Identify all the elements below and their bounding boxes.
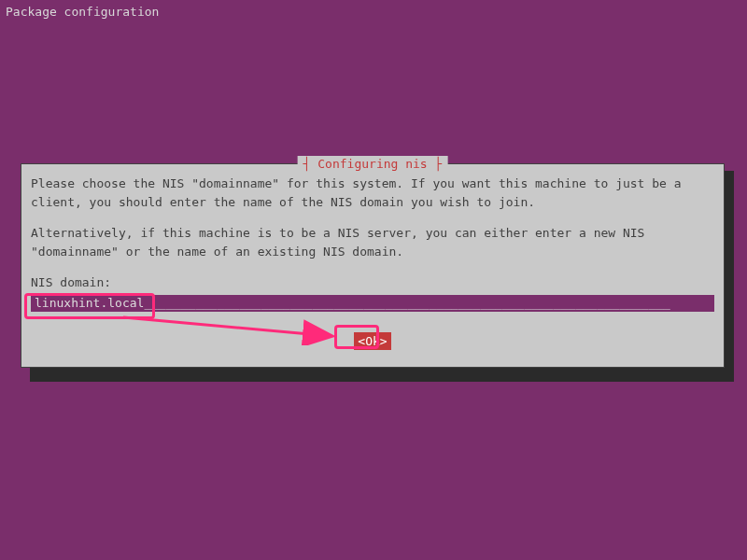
nis-domain-input[interactable]: linuxhint.local_________________________…: [31, 295, 714, 312]
dialog-paragraph-2-line-1: Alternatively, if this machine is to be …: [31, 225, 714, 242]
dialog-paragraph-1-line-1: Please choose the NIS "domainname" for t…: [31, 175, 714, 192]
ok-button[interactable]: <Ok>: [354, 332, 390, 351]
dialog-paragraph-2-line-2: "domainname" or the name of an existing …: [31, 244, 714, 260]
page-title: Package configuration: [0, 0, 747, 21]
config-dialog: ┤ Configuring nis ├ Please choose the NI…: [21, 163, 725, 368]
dialog-paragraph-1-line-2: client, you should enter the name of the…: [31, 194, 714, 211]
dialog-title: ┤ Configuring nis ├: [298, 156, 448, 173]
nis-domain-label: NIS domain:: [31, 274, 714, 291]
